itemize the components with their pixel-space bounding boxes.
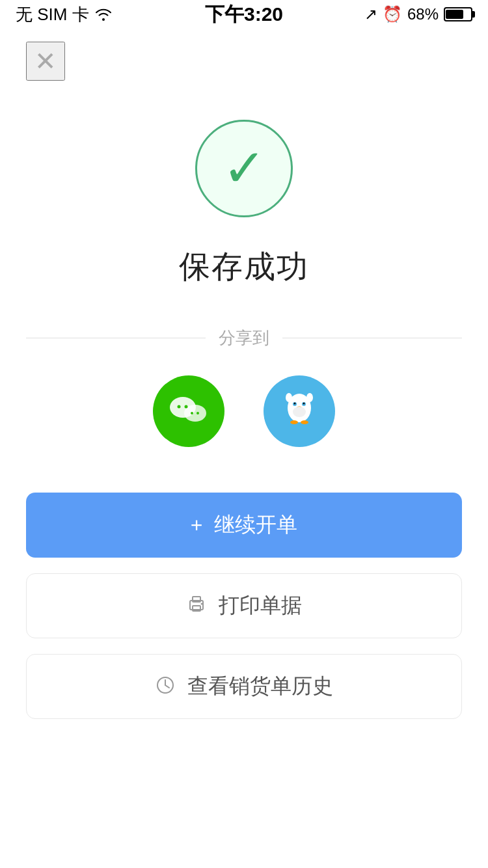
svg-point-15 xyxy=(286,393,292,402)
share-label: 分享到 xyxy=(219,327,269,349)
svg-point-9 xyxy=(294,403,296,405)
print-label: 打印单据 xyxy=(219,591,302,620)
svg-point-12 xyxy=(293,407,306,417)
success-circle: ✓ xyxy=(195,120,293,217)
divider-line-right xyxy=(282,338,462,338)
share-row xyxy=(153,375,335,447)
svg-line-23 xyxy=(165,685,169,688)
status-left: 无 SIM 卡 xyxy=(16,3,113,26)
wifi-icon xyxy=(94,8,113,21)
close-icon: ✕ xyxy=(34,48,57,74)
battery-fill xyxy=(446,10,463,19)
svg-point-14 xyxy=(301,420,308,424)
alarm-icon: ⏰ xyxy=(383,5,402,23)
battery-percent: 68% xyxy=(407,5,439,23)
divider-line-left xyxy=(26,338,206,338)
continue-order-button[interactable]: + 继续开单 xyxy=(26,493,462,558)
continue-order-label: 继续开单 xyxy=(214,511,297,539)
wechat-icon xyxy=(168,394,210,429)
clock-icon xyxy=(155,675,176,699)
share-divider: 分享到 xyxy=(26,327,462,349)
success-title: 保存成功 xyxy=(179,246,309,288)
share-wechat-button[interactable] xyxy=(153,375,224,447)
svg-point-13 xyxy=(290,420,298,424)
svg-point-20 xyxy=(201,603,203,604)
svg-point-2 xyxy=(178,405,181,409)
svg-point-16 xyxy=(306,393,313,402)
battery-icon xyxy=(444,7,472,21)
svg-point-5 xyxy=(197,412,199,414)
svg-point-3 xyxy=(185,405,188,409)
close-button[interactable]: ✕ xyxy=(26,42,65,81)
status-time: 下午3:20 xyxy=(205,1,283,28)
printer-icon xyxy=(186,594,207,618)
status-right: ↗ ⏰ 68% xyxy=(364,5,472,23)
history-button[interactable]: 查看销货单历史 xyxy=(26,654,462,719)
print-button[interactable]: 打印单据 xyxy=(26,573,462,638)
no-sim-text: 无 SIM 卡 xyxy=(16,3,89,26)
status-bar: 无 SIM 卡 下午3:20 ↗ ⏰ 68% xyxy=(0,0,488,29)
location-icon: ↗ xyxy=(364,5,377,23)
actions: + 继续开单 打印单据 xyxy=(26,493,462,719)
svg-point-10 xyxy=(303,403,305,405)
main-content: ✕ ✓ 保存成功 分享到 xyxy=(0,29,488,868)
checkmark-icon: ✓ xyxy=(223,142,266,195)
history-label: 查看销货单历史 xyxy=(187,672,333,701)
plus-icon: + xyxy=(191,515,203,536)
qq-icon xyxy=(278,388,320,434)
share-qq-button[interactable] xyxy=(264,375,335,447)
svg-point-4 xyxy=(191,412,193,414)
